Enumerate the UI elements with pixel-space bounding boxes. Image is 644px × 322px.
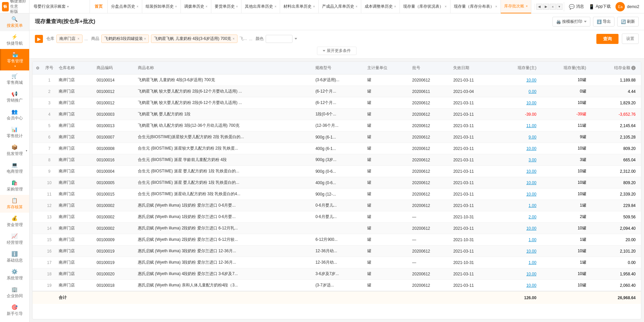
sidebar-item-marketing[interactable]: 📢 营销推广 (0, 88, 29, 106)
sidebar-item-system[interactable]: ⚙️ 系统管理 (0, 266, 29, 284)
product-tag2-remove-icon[interactable]: × (232, 37, 234, 41)
tab-kucunfenbu[interactable]: 现存量（库存分布表）× (450, 0, 501, 13)
cell-stock-main[interactable]: 10.00 (496, 143, 539, 154)
sidebar-item-operations[interactable]: 📈 经营管理 (0, 230, 29, 248)
product-more2[interactable]: ... (249, 37, 252, 41)
product-tag-2[interactable]: 飞鹤星飞帆 儿童奶粉 4段(3-6岁适用) 700克 × (151, 35, 237, 43)
th-settings[interactable]: ⚙ (33, 62, 43, 74)
sidebar-item-retail[interactable]: 🏪 零售管理 ▾ (0, 49, 29, 70)
total-cell-empty9 (539, 291, 589, 304)
cell-unit: 罐 (365, 74, 410, 86)
warehouse-more[interactable]: ... (85, 37, 88, 41)
cell-code: 00100005 (94, 177, 135, 189)
sidebar-item-member[interactable]: 👥 会员中心 (0, 106, 29, 124)
cell-stock-main[interactable]: 1.00 (496, 234, 539, 246)
cell-stock-main[interactable]: 10.00 (496, 246, 539, 257)
cell-spec: 900g (0-6... (313, 166, 364, 177)
sidebar-item-mall[interactable]: 🛒 零售商城 (0, 70, 29, 88)
product-tag-1[interactable]: 飞鹤奶粉3段四罐提装 × (101, 35, 149, 43)
cell-stock-main[interactable]: 10.00 (496, 189, 539, 200)
sidebar-item-search[interactable]: 🔍 搜索英单 (0, 13, 29, 31)
product-tag1-remove-icon[interactable]: × (144, 37, 146, 41)
cell-spec: (3-7岁适... (313, 280, 364, 291)
cell-stock-main[interactable]: 10.00 (496, 280, 539, 291)
sidebar-item-basics[interactable]: ℹ️ 基础信息 (0, 248, 29, 266)
cell-expiry: 2021-03-11 (450, 109, 496, 120)
sidebar-item-appcenter[interactable]: 📱 应用中心 (0, 319, 29, 322)
sidebar-item-ecommerce[interactable]: 💻 电商管理 (0, 159, 29, 177)
table-row: 10 南岸门店 00100005 合生元 (BIOSTIME) 派星 婴儿配方奶… (33, 177, 641, 189)
tab-zuzhangchaijou[interactable]: 组装拆卸单历史 × (142, 0, 181, 13)
sidebar-item-stats[interactable]: 📊 零售统计 (0, 124, 29, 142)
settings-btn[interactable]: 设置 (622, 34, 639, 44)
cell-stock-main[interactable]: 11.00 (496, 120, 539, 131)
cell-stock-main[interactable]: 3.00 (496, 154, 539, 166)
sidebar-item-guide[interactable]: 🎯 新手引导 (0, 302, 29, 319)
cell-stock-main[interactable]: 10.00 (496, 223, 539, 234)
cell-stock-main[interactable]: 10.00 (496, 268, 539, 280)
cell-stock-main[interactable]: 10.00 (496, 166, 539, 177)
sidebar-item-finance[interactable]: 💰 资金管理 (0, 213, 29, 230)
cell-name: 合生元 (BIOSTIME) 派星 学龄前儿童配方奶粉 4段 (135, 154, 313, 166)
color-input[interactable] (266, 35, 292, 43)
query-btn[interactable]: 查询 (596, 34, 619, 44)
message-btn[interactable]: 💬 消息 (569, 4, 584, 9)
export-btn[interactable]: ⬇️ 导出 (593, 17, 614, 26)
nav-prev-btn[interactable]: ◀ (536, 4, 542, 10)
sidebar-item-wholesale[interactable]: 📦 批发管理 ▾ (0, 142, 29, 159)
cell-name: 合生元 (BIOSTIME) 派星 婴儿配方奶粉 1段 乳铁蛋白的... (135, 166, 313, 177)
sidebar-item-purchase[interactable]: 🛍️ 采购管理 (0, 177, 29, 195)
tab-chengbendiaozheng[interactable]: 成本调整单历史 × (361, 0, 400, 13)
cell-stock-main[interactable]: 2.00 (496, 211, 539, 223)
logo-icon: 畅 (2, 2, 9, 11)
tab-qitachuku[interactable]: 其他出库单历史 × (241, 0, 280, 13)
product-more-label[interactable]: 飞... (239, 36, 247, 42)
cell-stock-main[interactable]: 1.00 (496, 257, 539, 268)
cell-stock-main[interactable]: 10.00 (496, 74, 539, 86)
sidebar-item-enterprise[interactable]: 🏢 企业协同 (0, 284, 29, 302)
tab-cailiaochuku[interactable]: 材料出库单历史 × (280, 0, 319, 13)
expand-conditions-btn[interactable]: 展开更多条件 (317, 47, 357, 55)
cell-num: 9 (43, 166, 56, 177)
th-num: 序号 (43, 62, 56, 74)
tab-yaohuo[interactable]: 要货单历史 × (211, 0, 242, 13)
table-row: 3 南岸门店 00100012 飞鹤星飞帆 较大婴儿配方奶粉 2段(6-12个月… (33, 97, 641, 109)
cell-batch: — (410, 211, 451, 223)
sidebar-item-inventory[interactable]: 📋 库存核算 (0, 195, 29, 213)
print-template-btn[interactable]: 🖨️ 按模板打印 (552, 17, 590, 26)
warehouse-tag-remove-icon[interactable]: × (77, 37, 79, 41)
table-row: 1 南岸门店 00100014 飞鹤星飞帆 儿童奶粉 4段(3-6岁适用) 70… (33, 74, 641, 86)
cell-stock-main[interactable]: 10.00 (496, 97, 539, 109)
app-download-btn[interactable]: 📱 App下载 (589, 4, 611, 9)
table-row: 6 南岸门店 00100007 合生元(BIOSTIME)派星较大婴儿配方奶粉 … (33, 131, 641, 143)
tab-home[interactable]: 首页 (90, 0, 108, 13)
search-icon: 🔍 (11, 16, 18, 22)
cell-num: 3 (43, 97, 56, 109)
cell-settings (33, 234, 43, 246)
cell-expiry: 2021-03-11 (450, 97, 496, 109)
balance-info-icon[interactable]: i (631, 66, 636, 70)
sidebar-item-quicknav[interactable]: ⚡ 快捷导航 (0, 31, 29, 49)
cell-stock-main[interactable]: 0.00 (496, 86, 539, 97)
tab-fenpandian[interactable]: 分盘点单历史 × (108, 0, 142, 13)
tab-kucunpici[interactable]: 库存批次账 × (501, 0, 531, 13)
cell-stock-main[interactable]: 10.00 (496, 177, 539, 189)
tab-chanchengpinruku[interactable]: 产成品入库单历史 × (319, 0, 361, 13)
nav-next-btn[interactable]: ▶ (543, 4, 549, 10)
tab-menu-btn[interactable]: ▾ (556, 4, 562, 10)
industry-selector[interactable]: 母婴行业演示账套 ▾ (30, 0, 90, 13)
refresh-btn[interactable]: 🔄 刷新 (617, 17, 639, 26)
cell-stock-main[interactable]: 1.00 (496, 200, 539, 211)
cell-stock-pkg: 1罐 (539, 257, 589, 268)
tab-diaobodna[interactable]: 调拨单历史 × (181, 0, 211, 13)
cell-unit: 罐 (365, 211, 410, 223)
warehouse-tag-1[interactable]: 南岸门店 × (56, 35, 83, 43)
cell-spec: 900g (6-1... (313, 131, 364, 143)
filter-expand-btn[interactable]: ▶ (35, 35, 43, 43)
tab-kucunzhuangkuang[interactable]: 现存量（库存状况表）× (400, 0, 450, 13)
tab-close-all-btn[interactable]: × (550, 4, 556, 10)
user-avatar-btn[interactable]: Ea demo2 (615, 2, 639, 11)
cell-stock-pkg: 10罐 (539, 223, 589, 234)
table-row: 14 南岸门店 00100002 惠氏启赋 (Wyeth illuma) 2段奶… (33, 223, 641, 234)
cell-stock-main[interactable]: 9.00 (496, 131, 539, 143)
